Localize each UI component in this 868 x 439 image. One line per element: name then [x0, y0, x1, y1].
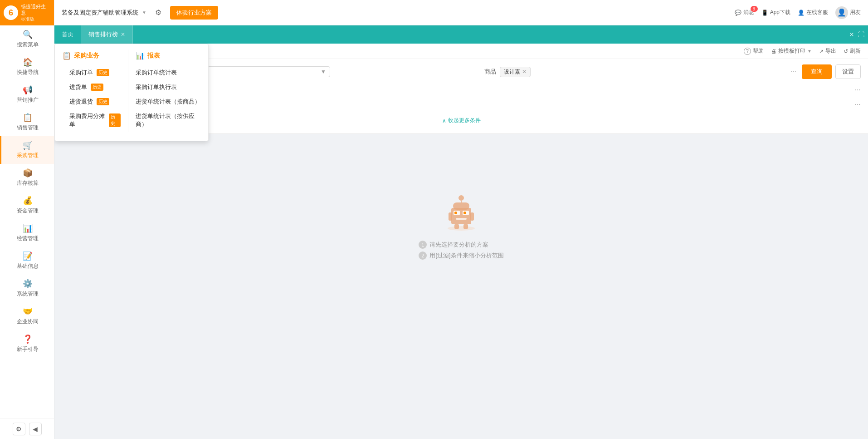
sidebar-item-label: 搜索菜单 — [17, 41, 39, 49]
salesperson-dots-button[interactable]: ··· — [855, 86, 861, 94]
sidebar-item-search[interactable]: 🔍 搜索菜单 — [0, 25, 54, 53]
product-tags: 设计素 ✕ — [500, 67, 531, 77]
search-button[interactable]: 查询 — [802, 64, 832, 79]
system-title-dropdown[interactable]: 装备及固定资产辅助管理系统 ▼ — [62, 9, 146, 17]
history-badge-3: 历史 — [97, 98, 109, 105]
tip-num-1: 1 — [419, 241, 427, 249]
dropdown-item-stock-in[interactable]: 进货单 历史 — [62, 80, 128, 94]
export-button[interactable]: ↗ 导出 — [819, 47, 836, 55]
message-badge: 9 — [751, 6, 758, 12]
app-download-button[interactable]: 📱 App下载 — [761, 9, 790, 16]
dropdown-item-purchase-expense[interactable]: 采购费用分摊单 历史 — [62, 109, 128, 132]
refresh-button[interactable]: ↺ 刷新 — [844, 47, 861, 55]
marketing-icon: 📢 — [23, 85, 32, 94]
sidebar-item-label: 系统管理 — [17, 290, 39, 298]
refresh-icon: ↺ — [844, 48, 848, 54]
collapse-label: 收起更多条件 — [448, 117, 481, 124]
tab-close-icon[interactable]: ✕ — [121, 31, 125, 38]
app-download-label: App下载 — [770, 9, 790, 16]
svg-point-5 — [463, 212, 466, 214]
dropdown-col-purchase: 📋 采购业务 采购订单 历史 进货单 历史 进货退货 历史 — [62, 49, 128, 132]
system-title: 装备及固定资产辅助管理系统 — [62, 9, 138, 17]
sidebar-item-enterprise[interactable]: 🤝 企业协同 — [0, 302, 54, 330]
sidebar-item-system[interactable]: ⚙️ 系统管理 — [0, 275, 54, 302]
user-label: 用友 — [850, 9, 861, 16]
purchase-expense-label: 采购费用分摊单 — [69, 112, 105, 128]
export-label: 导出 — [825, 47, 836, 55]
print-button[interactable]: 🖨 按模板打印 ▼ — [771, 47, 812, 55]
svg-rect-1 — [451, 208, 471, 224]
user-button[interactable]: 👤 用友 — [835, 6, 861, 19]
sidebar-item-label: 新手引导 — [17, 345, 39, 353]
sidebar-item-label: 经营管理 — [17, 235, 39, 242]
sidebar-item-capital[interactable]: 💰 资金管理 — [0, 192, 54, 219]
sidebar-item-label: 资金管理 — [17, 207, 39, 215]
topbar-right: 💬 消息 9 📱 App下载 👤 在线客服 👤 用友 — [735, 6, 861, 19]
product-field-group: 商品 设计素 ✕ ··· — [484, 67, 796, 77]
product-tag-design[interactable]: 设计素 ✕ — [500, 67, 531, 77]
sidebar-item-newbie[interactable]: ❓ 新手引导 — [0, 330, 54, 358]
svg-rect-9 — [454, 224, 459, 229]
tab-sales-ranking[interactable]: 销售排行榜 ✕ — [81, 25, 133, 44]
sidebar-item-purchase[interactable]: 🛒 采购管理 — [0, 136, 54, 164]
sidebar: 6 畅捷通好生意 标准版 🔍 搜索菜单 🏠 快捷导航 📢 营销推广 📋 销售管理… — [0, 0, 54, 439]
dropdown-item-stock-stat-supplier[interactable]: 进货单统计表（按供应商） — [136, 109, 201, 132]
sidebar-item-label: 快捷导航 — [17, 69, 39, 76]
sidebar-item-label: 库存核算 — [17, 179, 39, 187]
sidebar-collapse-button[interactable]: ◀ — [29, 423, 42, 435]
help-button[interactable]: ? 帮助 — [744, 47, 764, 55]
sidebar-item-sales[interactable]: 📋 销售管理 — [0, 109, 54, 136]
collapse-button[interactable]: ∧ 收起更多条件 — [439, 113, 484, 128]
dropdown-item-purchase-order-exec[interactable]: 采购订单执行表 — [136, 80, 201, 94]
dropdown-item-stock-stat-product[interactable]: 进货单统计表（按商品） — [136, 94, 201, 109]
industry-btn[interactable]: 体验行业方案 — [170, 6, 218, 20]
tab-home[interactable]: 首页 — [54, 25, 81, 44]
empty-tips: 1 请先选择要分析的方案 2 用[过滤]条件来缩小分析范围 — [419, 241, 503, 260]
dropdown-item-purchase-order-stat[interactable]: 采购订单统计表 — [136, 65, 201, 80]
system-icon: ⚙️ — [23, 279, 32, 288]
sidebar-item-operations[interactable]: 📊 经营管理 — [0, 219, 54, 247]
svg-rect-6 — [456, 218, 467, 220]
set-button[interactable]: 设置 — [835, 64, 861, 79]
customer-dots-button[interactable]: ··· — [855, 100, 861, 109]
print-dropdown-arrow: ▼ — [807, 49, 812, 54]
sidebar-settings-button[interactable]: ⚙ — [13, 423, 25, 435]
purchase-order-label: 采购订单 — [69, 69, 93, 77]
newbie-icon: ❓ — [23, 335, 32, 344]
user-avatar: 👤 — [835, 6, 848, 19]
operations-icon: 📊 — [23, 224, 32, 233]
status-control[interactable]: ▼ — [194, 66, 330, 77]
tab-expand-button[interactable]: ⛶ — [858, 31, 864, 38]
purchase-col-icon: 📋 — [62, 51, 71, 60]
svg-point-4 — [454, 212, 457, 214]
tabbar-controls: ✕ ⛶ — [849, 31, 868, 38]
dropdown-item-return-goods[interactable]: 进货退货 历史 — [62, 94, 128, 109]
sidebar-item-quick-nav[interactable]: 🏠 快捷导航 — [0, 53, 54, 81]
message-button[interactable]: 💬 消息 9 — [735, 9, 754, 16]
tab-close-button[interactable]: ✕ — [849, 31, 854, 38]
sidebar-item-inventory[interactable]: 📦 库存核算 — [0, 164, 54, 192]
empty-state: 1 请先选择要分析的方案 2 用[过滤]条件来缩小分析范围 — [54, 134, 868, 316]
online-service-button[interactable]: 👤 在线客服 — [798, 9, 828, 16]
sidebar-item-label: 采购管理 — [17, 152, 39, 159]
empty-tip-2: 2 用[过滤]条件来缩小分析范围 — [419, 252, 503, 260]
tab-sales-ranking-label: 销售排行榜 — [88, 30, 118, 39]
svg-point-0 — [448, 226, 475, 231]
enterprise-icon: 🤝 — [23, 307, 32, 316]
empty-tip-1-text: 请先选择要分析的方案 — [429, 241, 488, 249]
topbar-gear-button[interactable]: ⚙ — [152, 6, 165, 19]
product-tag-close-icon[interactable]: ✕ — [522, 69, 527, 75]
status-field-group: 单据状态 ▼ — [167, 66, 479, 77]
svg-rect-11 — [453, 202, 469, 210]
help-label: 帮助 — [753, 47, 764, 55]
sidebar-item-marketing[interactable]: 📢 营销推广 — [0, 81, 54, 109]
sidebar-item-basic-info[interactable]: 📝 基础信息 — [0, 247, 54, 275]
dropdown-col-reports: 📊 报表 采购订单统计表 采购订单执行表 进货单统计表（按商品） 进货单统计表（… — [128, 49, 201, 132]
product-dots-button[interactable]: ··· — [790, 68, 796, 76]
svg-rect-8 — [470, 212, 474, 221]
purchase-icon: 🛒 — [23, 141, 32, 150]
history-badge-4: 历史 — [109, 113, 120, 127]
service-icon: 👤 — [798, 10, 805, 16]
dropdown-item-purchase-order[interactable]: 采购订单 历史 — [62, 65, 128, 80]
history-badge: 历史 — [97, 69, 109, 76]
